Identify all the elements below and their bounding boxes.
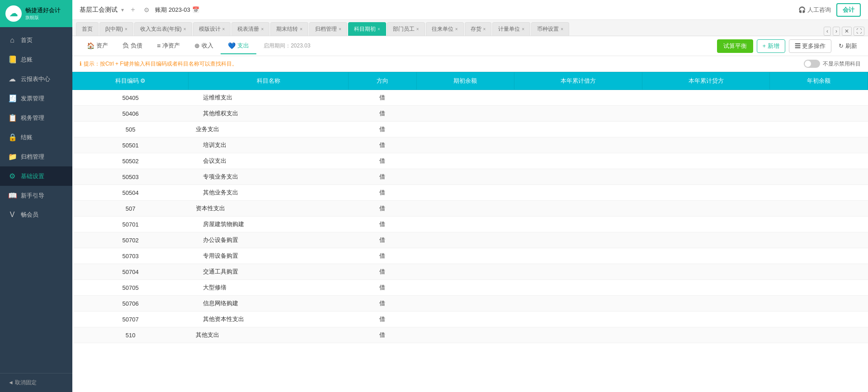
sidebar-label-ledger: 总账 — [21, 56, 33, 64]
new-button[interactable]: + 新增 — [757, 39, 785, 53]
sidebar-item-invoice[interactable]: 🧾 发票管理 — [0, 89, 72, 108]
sub-tab-收入[interactable]: ⊕ 收入 — [187, 38, 221, 54]
tab-close-1[interactable]: × — [125, 27, 127, 32]
tab-close-3[interactable]: × — [222, 27, 225, 32]
sidebar-item-close[interactable]: 🔒 结账 — [0, 128, 72, 147]
table-row[interactable]: 505业务支出借 — [73, 122, 868, 137]
sidebar-item-tax[interactable]: 📋 税务管理 — [0, 108, 72, 128]
tab-2[interactable]: 收入支出表(年报)× — [134, 22, 192, 36]
tabs-next-button[interactable]: › — [833, 27, 840, 36]
sidebar-nav: ⌂ 首页📒 总账☁ 云报表中心🧾 发票管理📋 税务管理🔒 结账📁 归档管理⚙ 基… — [0, 27, 72, 373]
cell-opening-11 — [416, 264, 514, 280]
table-row[interactable]: 50705大型修缮借 — [73, 280, 868, 296]
table-row[interactable]: 50503专项业务支出借 — [73, 169, 868, 185]
tab-4[interactable]: 税表清册× — [231, 22, 269, 36]
sidebar-item-archive[interactable]: 📁 归档管理 — [0, 147, 72, 166]
sub-tab-负债[interactable]: 负 负债 — [115, 38, 150, 54]
tab-3[interactable]: 模版设计× — [193, 22, 231, 36]
table-row[interactable]: 50703专用设备购置借 — [73, 248, 868, 264]
tab-8[interactable]: 部门员工× — [387, 22, 425, 36]
cell-opening-8 — [416, 217, 514, 232]
tabs-prev-button[interactable]: ‹ — [824, 27, 831, 36]
sidebar-item-home[interactable]: ⌂ 首页 — [0, 31, 72, 50]
sidebar-item-basic[interactable]: ⚙ 基础设置 — [0, 166, 72, 186]
kuaiji-button[interactable]: 会计 — [836, 3, 861, 17]
tab-1[interactable]: β(中期)× — [99, 22, 133, 36]
table-row[interactable]: 50704交通工具购置借 — [73, 264, 868, 280]
tab-5[interactable]: 期末结转× — [270, 22, 308, 36]
col-gear-icon[interactable]: ⚙ — [140, 77, 146, 84]
table-row[interactable]: 50406其他维权支出借 — [73, 106, 868, 122]
tab-close-10[interactable]: × — [483, 27, 486, 32]
cell-opening-0 — [416, 90, 514, 106]
table-row[interactable]: 507资本性支出借 — [73, 201, 868, 217]
table-row[interactable]: 50501培训支出借 — [73, 137, 868, 153]
calendar-icon[interactable]: 📅 — [192, 6, 199, 13]
tab-close-12[interactable]: × — [561, 27, 563, 32]
cloud-icon: ☁ — [8, 75, 16, 83]
cell-direction-12: 借 — [349, 280, 416, 296]
disable-toggle[interactable] — [804, 60, 820, 68]
sidebar-footer[interactable]: ◄ 取消固定 — [0, 373, 72, 392]
sidebar-item-cloud[interactable]: ☁ 云报表中心 — [0, 69, 72, 89]
sidebar-item-guide[interactable]: 📖 新手引导 — [0, 186, 72, 205]
sidebar-item-member[interactable]: V 畅会员 — [0, 205, 72, 224]
hint-toggle[interactable]: 不显示禁用科目 — [804, 60, 861, 68]
refresh-button[interactable]: ↻ 刷新 — [835, 40, 861, 52]
subjects-table: 科目编码 ⚙科目名称方向期初余额本年累计借方本年累计贷方年初余额 50405运维… — [72, 72, 868, 343]
table-row[interactable]: 50405运维维支出借 — [73, 90, 868, 106]
add-tab-button[interactable]: ＋ — [127, 5, 138, 14]
tab-10[interactable]: 存货× — [465, 22, 492, 36]
tab-0[interactable]: 首页 — [76, 22, 99, 36]
more-button[interactable]: ☰ 更多操作 — [789, 39, 832, 53]
cell-code-14: 50707 — [73, 312, 189, 327]
tabs-expand-button[interactable]: ⛶ — [854, 27, 864, 36]
tabs-nav-right: ‹ › ✕ ⛶ — [824, 27, 864, 36]
table-row[interactable]: 50504其他业务支出借 — [73, 185, 868, 201]
tab-9[interactable]: 往来单位× — [426, 22, 464, 36]
cell-code-4: 50502 — [73, 153, 189, 169]
sidebar-label-home: 首页 — [21, 36, 33, 44]
cell-name-11: 交通工具购置 — [189, 264, 349, 280]
cell-ytd-debit-9 — [514, 232, 642, 248]
tab-close-9[interactable]: × — [455, 27, 458, 32]
table-row[interactable]: 50706信息网络购建借 — [73, 296, 868, 312]
table-row[interactable]: 50707其他资本性支出借 — [73, 312, 868, 327]
settings-icon[interactable]: ⚙ — [142, 6, 151, 14]
cell-ytd-debit-12 — [514, 280, 642, 296]
col-header-1: 科目名称 — [189, 72, 349, 90]
cell-code-2: 505 — [73, 122, 189, 137]
dropdown-arrow-icon[interactable]: ▾ — [121, 7, 124, 13]
tab-close-4[interactable]: × — [261, 27, 264, 32]
toggle-label: 不显示禁用科目 — [823, 60, 861, 68]
tab-close-5[interactable]: × — [300, 27, 302, 32]
consult-button[interactable]: 🎧 人工咨询 — [798, 6, 831, 14]
sub-tab-净资产[interactable]: ≡ 净资产 — [150, 38, 187, 54]
balance-button[interactable]: 试算平衡 — [717, 39, 753, 53]
tab-close-7[interactable]: × — [377, 27, 380, 32]
tab-close-2[interactable]: × — [184, 27, 186, 32]
tab-12[interactable]: 币种设置× — [531, 22, 569, 36]
table-row[interactable]: 50702办公设备购置借 — [73, 232, 868, 248]
table-row[interactable]: 510其他支出借 — [73, 327, 868, 343]
tab-label-11: 计量单位 — [498, 25, 520, 33]
sub-tab-label-1: 负债 — [131, 42, 142, 50]
cell-year-opening-4 — [770, 153, 868, 169]
tab-6[interactable]: 归档管理× — [309, 22, 347, 36]
sub-tab-支出[interactable]: 💙 支出 — [221, 38, 256, 54]
tab-close-8[interactable]: × — [416, 27, 419, 32]
sub-tab-资产[interactable]: 🏠 资产 — [80, 38, 115, 54]
tab-close-11[interactable]: × — [522, 27, 524, 32]
cell-ytd-debit-13 — [514, 296, 642, 312]
cell-name-2: 业务支出 — [189, 122, 349, 137]
table-row[interactable]: 50502会议支出借 — [73, 153, 868, 169]
col-header-5: 本年累计贷方 — [642, 72, 770, 90]
tab-11[interactable]: 计量单位× — [492, 22, 530, 36]
cell-code-15: 510 — [73, 327, 189, 343]
tab-close-6[interactable]: × — [339, 27, 341, 32]
table-row[interactable]: 50701房屋建筑物购建借 — [73, 217, 868, 232]
tab-7[interactable]: 科目期初× — [348, 22, 386, 36]
sidebar-item-ledger[interactable]: 📒 总账 — [0, 50, 72, 69]
cell-ytd-debit-11 — [514, 264, 642, 280]
tabs-close-button[interactable]: ✕ — [842, 27, 852, 36]
